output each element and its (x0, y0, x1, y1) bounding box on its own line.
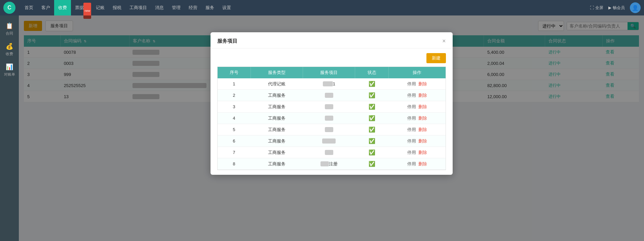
delete-button[interactable]: 删除 (418, 104, 427, 109)
modal-cell-actions: 停用 删除 (389, 101, 446, 113)
delete-button[interactable]: 删除 (418, 150, 427, 155)
modal-cell-item (303, 135, 355, 147)
avatar-icon: 👤 (632, 5, 639, 11)
modal-cell-type: 工商服务 (251, 90, 303, 101)
modal-cell-item (303, 90, 355, 101)
stop-button[interactable]: 停用 (407, 104, 416, 109)
nav-settings[interactable]: 设置 (218, 0, 235, 15)
fees-icon: 💰 (6, 43, 13, 50)
modal-cell-seq: 3 (218, 101, 251, 113)
modal-cell-item (303, 113, 355, 124)
list-item: 6 工商服务 ✅ 停用 删除 (218, 135, 446, 147)
sidebar-item-reconciliation[interactable]: 📊 对账单 (0, 60, 19, 80)
modal-table-wrap[interactable]: 序号 服务类型 服务项目 状态 操作 1 代理记账 1 ✅ 停用 删除 (217, 67, 446, 170)
delete-button[interactable]: 删除 (418, 93, 427, 98)
modal-table-body: 1 代理记账 1 ✅ 停用 删除 2 工商服务 ✅ 停用 删除 3 工商服务 (218, 78, 446, 170)
stop-button[interactable]: 停用 (407, 138, 416, 144)
stop-button[interactable]: 停用 (407, 81, 416, 86)
status-check-icon: ✅ (369, 115, 375, 121)
fullscreen-btn[interactable]: ⛶ 全屏 (590, 5, 603, 11)
modal-cell-item (303, 101, 355, 113)
modal-cell-actions: 停用 删除 (389, 124, 446, 135)
sidebar-item-fees[interactable]: 💰 收费 (0, 39, 19, 60)
nav-tickets[interactable]: 票据 new (71, 0, 92, 15)
modal-cell-item: 注册 (303, 158, 355, 170)
stop-button[interactable]: 停用 (407, 93, 416, 98)
modal-cell-actions: 停用 删除 (389, 135, 446, 147)
modal-new-button[interactable]: 新建 (426, 53, 446, 63)
modal-toolbar: 新建 (217, 53, 446, 63)
modal-cell-seq: 1 (218, 78, 251, 90)
modal-close-button[interactable]: × (442, 38, 446, 45)
modal-cell-status: ✅ (355, 113, 389, 124)
modal-cell-actions: 停用 删除 (389, 90, 446, 101)
stop-button[interactable]: 停用 (407, 127, 416, 132)
delete-button[interactable]: 删除 (418, 81, 427, 86)
modal-cell-seq: 7 (218, 147, 251, 158)
modal-cell-type: 工商服务 (251, 113, 303, 124)
modal-header: 服务项目 × (211, 32, 453, 48)
vip-btn[interactable]: ▶ 畅会员 (608, 5, 625, 11)
modal-overlay: 服务项目 × 新建 序号 服务类型 服务项目 状态 操作 (19, 15, 644, 241)
delete-button[interactable]: 删除 (418, 116, 427, 121)
status-check-icon: ✅ (369, 161, 375, 167)
modal-cell-seq: 5 (218, 124, 251, 135)
nav-home[interactable]: 首页 (21, 0, 37, 15)
stop-button[interactable]: 停用 (407, 116, 416, 121)
nav-manage[interactable]: 管理 (168, 0, 185, 15)
modal-cell-type: 工商服务 (251, 101, 303, 113)
reconciliation-icon: 📊 (6, 63, 13, 71)
modal-cell-actions: 停用 删除 (389, 158, 446, 170)
modal-title: 服务项目 (217, 38, 237, 44)
nav-message[interactable]: 消息 (151, 0, 168, 15)
modal-col-type: 服务类型 (251, 67, 303, 78)
status-check-icon: ✅ (369, 150, 375, 155)
modal-col-item: 服务项目 (303, 67, 355, 78)
delete-button[interactable]: 删除 (418, 127, 427, 132)
modal-cell-status: ✅ (355, 90, 389, 101)
delete-button[interactable]: 删除 (418, 161, 427, 166)
nav-commerce[interactable]: 工商项目 (125, 0, 151, 15)
top-navigation: C 首页 客户 收费 票据 new 记账 报税 工商项目 消息 管理 经营 服务… (0, 0, 644, 15)
modal-cell-status: ✅ (355, 147, 389, 158)
modal-cell-status: ✅ (355, 78, 389, 90)
modal-cell-status: ✅ (355, 101, 389, 113)
list-item: 8 工商服务 注册 ✅ 停用 删除 (218, 158, 446, 170)
delete-button[interactable]: 删除 (418, 138, 427, 144)
fullscreen-icon: ⛶ (590, 5, 594, 10)
list-item: 2 工商服务 ✅ 停用 删除 (218, 90, 446, 101)
stop-button[interactable]: 停用 (407, 161, 416, 166)
nav-bookkeeping[interactable]: 记账 (92, 0, 109, 15)
list-item: 5 工商服务 ✅ 停用 删除 (218, 124, 446, 135)
nav-fees[interactable]: 收费 (54, 0, 71, 15)
modal-cell-type: 工商服务 (251, 158, 303, 170)
sidebar-item-contract[interactable]: 📋 合同 (0, 19, 19, 39)
list-item: 7 工商服务 ✅ 停用 删除 (218, 147, 446, 158)
modal-cell-item (303, 147, 355, 158)
video-icon: ▶ (608, 5, 611, 10)
service-items-table: 序号 服务类型 服务项目 状态 操作 1 代理记账 1 ✅ 停用 删除 (218, 67, 446, 170)
nav-menu: 首页 客户 收费 票据 new 记账 报税 工商项目 消息 管理 经营 服务 设… (21, 0, 590, 15)
modal-cell-type: 工商服务 (251, 124, 303, 135)
status-check-icon: ✅ (369, 127, 375, 132)
modal-cell-type: 代理记账 (251, 78, 303, 90)
nav-service[interactable]: 服务 (201, 0, 218, 15)
app-logo: C (3, 2, 15, 14)
nav-operation[interactable]: 经营 (185, 0, 201, 15)
status-check-icon: ✅ (369, 138, 375, 144)
list-item: 1 代理记账 1 ✅ 停用 删除 (218, 78, 446, 90)
status-check-icon: ✅ (369, 104, 375, 110)
modal-cell-actions: 停用 删除 (389, 113, 446, 124)
nav-client[interactable]: 客户 (37, 0, 54, 15)
modal-cell-type: 工商服务 (251, 147, 303, 158)
left-sidebar: 📋 合同 💰 收费 📊 对账单 (0, 15, 19, 241)
contract-icon: 📋 (6, 22, 13, 30)
stop-button[interactable]: 停用 (407, 150, 416, 155)
list-item: 3 工商服务 ✅ 停用 删除 (218, 101, 446, 113)
modal-col-seq: 序号 (218, 67, 251, 78)
modal-cell-item (303, 124, 355, 135)
nav-tax[interactable]: 报税 (109, 0, 125, 15)
user-avatar[interactable]: 👤 (630, 2, 641, 13)
nav-right-area: ⛶ 全屏 ▶ 畅会员 👤 (590, 2, 641, 13)
modal-body: 新建 序号 服务类型 服务项目 状态 操作 1 代 (211, 48, 453, 175)
